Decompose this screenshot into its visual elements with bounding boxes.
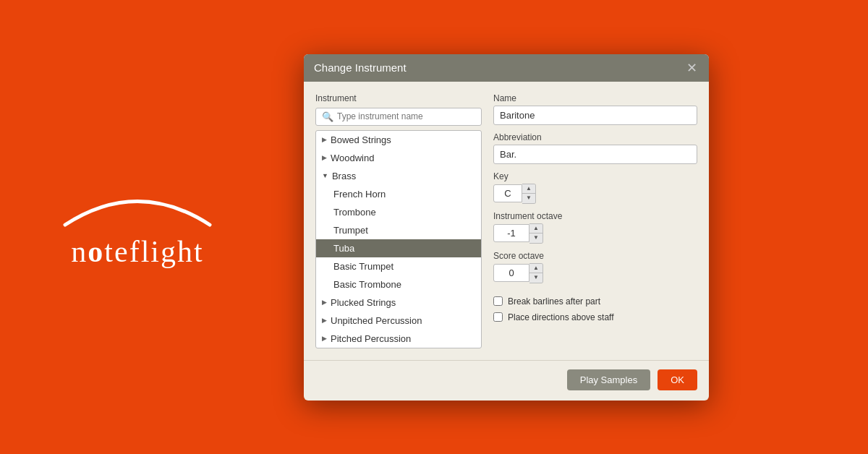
- expand-icon: ▶: [322, 335, 327, 342]
- category-label: Woodwind: [331, 153, 374, 163]
- key-arrows: ▲ ▼: [522, 184, 536, 204]
- score-octave-group: Score octave ▲ ▼: [493, 251, 697, 283]
- break-barlines-label[interactable]: Break barlines after part: [508, 296, 600, 307]
- score-octave-up-button[interactable]: ▲: [529, 264, 542, 273]
- category-bowed-strings[interactable]: ▶ Bowed Strings: [316, 131, 481, 149]
- category-plucked-strings[interactable]: ▶ Plucked Strings: [316, 294, 481, 312]
- instrument-octave-spinner: ▲ ▼: [493, 223, 697, 244]
- key-input[interactable]: [493, 184, 522, 202]
- close-button[interactable]: ✕: [685, 61, 699, 74]
- abbreviation-group: Abbreviation: [493, 132, 697, 164]
- settings-panel: Name Abbreviation Key ▲ ▼: [493, 93, 697, 348]
- score-octave-input[interactable]: [493, 264, 529, 282]
- break-barlines-group: Break barlines after part: [493, 296, 697, 307]
- abbreviation-input[interactable]: [493, 145, 697, 164]
- dialog-titlebar: Change Instrument ✕: [304, 54, 709, 82]
- category-brass[interactable]: ▼ Brass: [316, 167, 481, 185]
- place-directions-label[interactable]: Place directions above staff: [508, 312, 614, 322]
- key-group: Key ▲ ▼: [493, 171, 697, 204]
- instrument-list: ▶ Bowed Strings ▶ Woodwind ▼ Brass Frenc…: [315, 130, 482, 348]
- name-group: Name: [493, 93, 697, 125]
- instrument-trumpet[interactable]: Trumpet: [316, 221, 481, 239]
- dialog-overlay: Change Instrument ✕ Instrument 🔍 ▶ Bowed…: [0, 0, 868, 454]
- instrument-octave-down-button[interactable]: ▼: [529, 234, 542, 243]
- instrument-tuba[interactable]: Tuba: [316, 239, 481, 257]
- instrument-trombone[interactable]: Trombone: [316, 203, 481, 221]
- category-label: Plucked Strings: [331, 297, 396, 308]
- instrument-french-horn[interactable]: French Horn: [316, 185, 481, 203]
- break-barlines-checkbox[interactable]: [493, 296, 503, 306]
- search-input[interactable]: [337, 111, 475, 121]
- instrument-octave-label: Instrument octave: [493, 211, 697, 221]
- key-up-button[interactable]: ▲: [522, 184, 535, 194]
- abbreviation-label: Abbreviation: [493, 132, 697, 142]
- category-label: Pitched Percussion: [331, 333, 411, 344]
- name-input[interactable]: [493, 106, 697, 125]
- category-unpitched-percussion[interactable]: ▶ Unpitched Percussion: [316, 312, 481, 330]
- dialog-body: Instrument 🔍 ▶ Bowed Strings ▶ Woodwind: [304, 82, 709, 360]
- expand-icon: ▶: [322, 317, 327, 324]
- instrument-octave-up-button[interactable]: ▲: [529, 224, 542, 234]
- category-label: Unpitched Percussion: [331, 315, 422, 326]
- play-samples-button[interactable]: Play Samples: [567, 369, 650, 390]
- instrument-octave-group: Instrument octave ▲ ▼: [493, 211, 697, 244]
- dialog-footer: Play Samples OK: [304, 360, 709, 401]
- instrument-panel: Instrument 🔍 ▶ Bowed Strings ▶ Woodwind: [315, 93, 482, 348]
- score-octave-down-button[interactable]: ▼: [529, 273, 542, 283]
- instrument-basic-trombone[interactable]: Basic Trombone: [316, 275, 481, 294]
- expand-icon: ▼: [322, 172, 328, 179]
- search-box: 🔍: [315, 108, 482, 126]
- score-octave-arrows: ▲ ▼: [529, 263, 543, 283]
- score-octave-spinner: ▲ ▼: [493, 263, 697, 283]
- key-select: ▲ ▼: [493, 184, 697, 204]
- expand-icon: ▶: [322, 136, 327, 143]
- instrument-basic-trumpet[interactable]: Basic Trumpet: [316, 257, 481, 275]
- instrument-octave-arrows: ▲ ▼: [529, 223, 543, 244]
- key-label: Key: [493, 171, 697, 181]
- name-label: Name: [493, 93, 697, 103]
- category-label: Bowed Strings: [331, 134, 391, 145]
- instrument-octave-input[interactable]: [493, 224, 529, 242]
- category-label: Brass: [332, 171, 356, 181]
- search-icon: 🔍: [322, 111, 333, 122]
- place-directions-checkbox[interactable]: [493, 312, 503, 322]
- instrument-section-label: Instrument: [315, 93, 482, 103]
- key-down-button[interactable]: ▼: [522, 194, 535, 203]
- score-octave-label: Score octave: [493, 251, 697, 261]
- category-woodwind[interactable]: ▶ Woodwind: [316, 149, 481, 167]
- place-directions-group: Place directions above staff: [493, 312, 697, 322]
- expand-icon: ▶: [322, 299, 327, 306]
- category-pitched-percussion[interactable]: ▶ Pitched Percussion: [316, 330, 481, 348]
- dialog-title: Change Instrument: [314, 61, 407, 74]
- change-instrument-dialog: Change Instrument ✕ Instrument 🔍 ▶ Bowed…: [304, 54, 709, 401]
- expand-icon: ▶: [322, 154, 327, 161]
- ok-button[interactable]: OK: [658, 369, 697, 390]
